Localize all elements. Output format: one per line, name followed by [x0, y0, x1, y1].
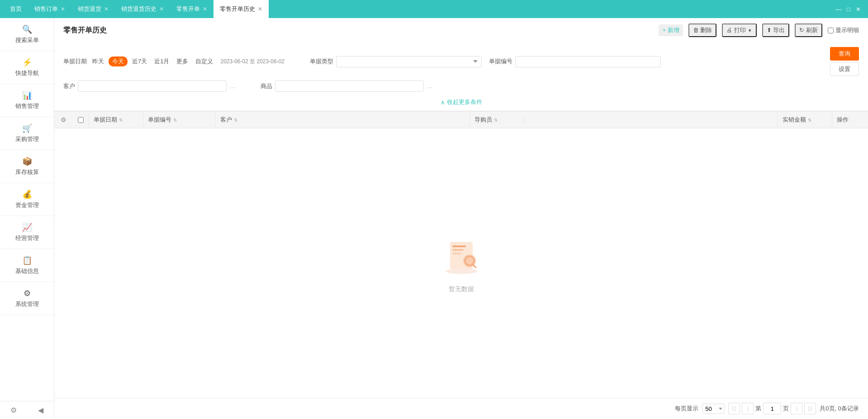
settings-bottom-btn[interactable]: ⚙	[10, 406, 17, 414]
operations-icon: 📈	[22, 222, 32, 232]
finance-icon: 💰	[22, 189, 32, 199]
date-opt-1month[interactable]: 近1月	[152, 56, 172, 66]
tab-retail-open[interactable]: 零售开单 ✕	[170, 0, 213, 18]
th-date[interactable]: 单据日期 ⇅	[89, 112, 143, 127]
empty-illustration	[439, 233, 484, 278]
tab-sales-return[interactable]: 销货退货 ✕	[71, 0, 115, 18]
date-opt-yesterday[interactable]: 昨天	[90, 56, 107, 66]
sort-icon: ⇅	[494, 118, 498, 122]
refresh-button[interactable]: ↻ 刷新	[795, 24, 822, 37]
tab-sales-return-history[interactable]: 销货退货历史 ✕	[115, 0, 170, 18]
type-label: 单据类型	[310, 57, 333, 66]
cart-icon: 🛒	[22, 123, 32, 133]
delete-button[interactable]: 🗑 删除	[688, 24, 717, 37]
new-button[interactable]: + 新增	[659, 24, 683, 36]
sidebar-item-label: 系统管理	[15, 300, 39, 308]
goods-filter-field: 商品 …	[261, 80, 432, 92]
page-size-label: 每页显示	[675, 405, 698, 413]
first-page-btn[interactable]: ⟨⟨	[728, 403, 740, 414]
close-btn[interactable]: ✕	[856, 6, 861, 13]
svg-rect-3	[452, 249, 464, 251]
customer-input[interactable]	[78, 80, 227, 92]
page-title: 零售开单历史	[63, 26, 107, 35]
sidebar-item-label: 库存核算	[15, 168, 39, 176]
print-button[interactable]: 🖨 打印 ▼	[722, 24, 757, 37]
date-filter-field: 单据日期 昨天 今天 近7天 近1月 更多 自定义 2023-06-02 至 2…	[63, 56, 285, 66]
sidebar: 🔍 搜索采单 ⚡ 快捷导航 📊 销售管理 🛒 采购管理 📦 库存核算 💰 资金管…	[0, 18, 54, 419]
last-page-btn[interactable]: ⟩⟩	[804, 403, 816, 414]
sidebar-bottom: ⚙ ◀	[0, 401, 54, 419]
th-num[interactable]: 单据编号 ⇅	[143, 112, 215, 127]
th-amount[interactable]: 实销金额 ⇅	[778, 112, 832, 127]
page-suffix: 页	[783, 405, 789, 413]
main-layout: 🔍 搜索采单 ⚡ 快捷导航 📊 销售管理 🛒 采购管理 📦 库存核算 💰 资金管…	[0, 18, 868, 419]
page-input[interactable]	[763, 403, 781, 414]
type-filter-field: 单据类型	[310, 56, 482, 67]
show-detail-checkbox-label[interactable]: 显示明细	[828, 26, 859, 34]
sidebar-item-quick-nav[interactable]: ⚡ 快捷导航	[0, 51, 54, 84]
sidebar-item-finance[interactable]: 💰 资金管理	[0, 183, 54, 216]
sidebar-item-label: 快捷导航	[15, 69, 39, 77]
svg-rect-4	[452, 253, 461, 254]
goods-input[interactable]	[275, 80, 424, 92]
close-icon[interactable]: ✕	[258, 6, 262, 12]
collapse-sidebar-btn[interactable]: ◀	[38, 406, 43, 414]
collapse-filter-btn[interactable]: ∧ 收起更多条件	[63, 96, 859, 111]
close-icon[interactable]: ✕	[104, 6, 109, 12]
lightning-icon: ⚡	[22, 57, 32, 67]
minimize-btn[interactable]: —	[835, 6, 841, 13]
sidebar-item-system[interactable]: ⚙ 系统管理	[0, 282, 54, 315]
show-detail-checkbox[interactable]	[828, 28, 834, 33]
maximize-btn[interactable]: □	[847, 6, 850, 13]
th-customer[interactable]: 客户 ⇅	[215, 112, 470, 127]
table-settings-btn[interactable]: ⚙	[54, 116, 72, 123]
goods-label: 商品	[261, 82, 272, 90]
goods-ellipsis[interactable]: …	[427, 83, 432, 89]
page-header: 零售开单历史 + 新增 🗑 删除 🖨 打印 ▼ ⬆ 导出	[54, 18, 868, 111]
th-guide[interactable]: 导购员 ⇅	[470, 112, 524, 127]
sidebar-item-sales[interactable]: 📊 销售管理	[0, 84, 54, 117]
tab-bar: 首页 销售订单 ✕ 销货退货 ✕ 销货退货历史 ✕ 零售开单 ✕ 零售开单历史 …	[4, 0, 835, 18]
sort-icon: ⇅	[173, 118, 177, 122]
settings-button[interactable]: 设置	[830, 62, 859, 76]
page-nav: ⟨⟨ ⟨ 第 页 ⟩ ⟩⟩	[728, 403, 816, 414]
page-title-row: 零售开单历史 + 新增 🗑 删除 🖨 打印 ▼ ⬆ 导出	[63, 24, 859, 37]
customer-ellipsis[interactable]: …	[229, 83, 235, 89]
box-icon: 📦	[22, 156, 32, 166]
num-input[interactable]	[515, 56, 661, 67]
query-button[interactable]: 查询	[830, 47, 859, 61]
tab-home[interactable]: 首页	[4, 0, 28, 18]
customer-filter-field: 客户 …	[63, 80, 235, 92]
select-all-checkbox[interactable]	[78, 117, 84, 123]
th-checkbox-all[interactable]	[72, 117, 89, 123]
tab-sales-order[interactable]: 销售订单 ✕	[28, 0, 71, 18]
next-page-btn[interactable]: ⟩	[791, 403, 802, 414]
page-total: 共0页, 0条记录	[820, 405, 859, 413]
close-icon[interactable]: ✕	[159, 6, 164, 12]
info-icon: 📋	[22, 255, 32, 265]
sidebar-item-inventory[interactable]: 📦 库存核算	[0, 150, 54, 183]
sidebar-item-search[interactable]: 🔍 搜索采单	[0, 18, 54, 51]
sidebar-item-basic-info[interactable]: 📋 基础信息	[0, 249, 54, 282]
gear-icon: ⚙	[24, 288, 31, 298]
type-select[interactable]	[336, 56, 482, 67]
sidebar-item-operations[interactable]: 📈 经营管理	[0, 216, 54, 249]
sort-icon: ⇅	[234, 118, 237, 122]
close-icon[interactable]: ✕	[203, 6, 207, 12]
page-size-select[interactable]: 50 10 20 100	[702, 404, 725, 414]
date-opt-custom[interactable]: 自定义	[193, 56, 216, 66]
sidebar-item-purchase[interactable]: 🛒 采购管理	[0, 117, 54, 150]
table-container: ⚙ 单据日期 ⇅ 单据编号 ⇅ 客户 ⇅ 导购员 ⇅	[54, 111, 868, 419]
date-opt-7days[interactable]: 近7天	[129, 56, 150, 66]
prev-page-btn[interactable]: ⟨	[742, 403, 754, 414]
date-opt-today[interactable]: 今天	[109, 56, 128, 66]
export-button[interactable]: ⬆ 导出	[762, 24, 790, 37]
date-range-text: 2023-06-02 至 2023-06-02	[220, 58, 284, 66]
table-header: ⚙ 单据日期 ⇅ 单据编号 ⇅ 客户 ⇅ 导购员 ⇅	[54, 111, 868, 128]
sidebar-item-label: 资金管理	[15, 201, 39, 209]
tab-retail-open-history[interactable]: 零售开单历史 ✕	[213, 0, 269, 18]
sidebar-item-label: 经营管理	[15, 234, 39, 242]
sort-icon: ⇅	[808, 118, 811, 122]
close-icon[interactable]: ✕	[61, 6, 65, 12]
date-opt-more[interactable]: 更多	[174, 56, 191, 66]
